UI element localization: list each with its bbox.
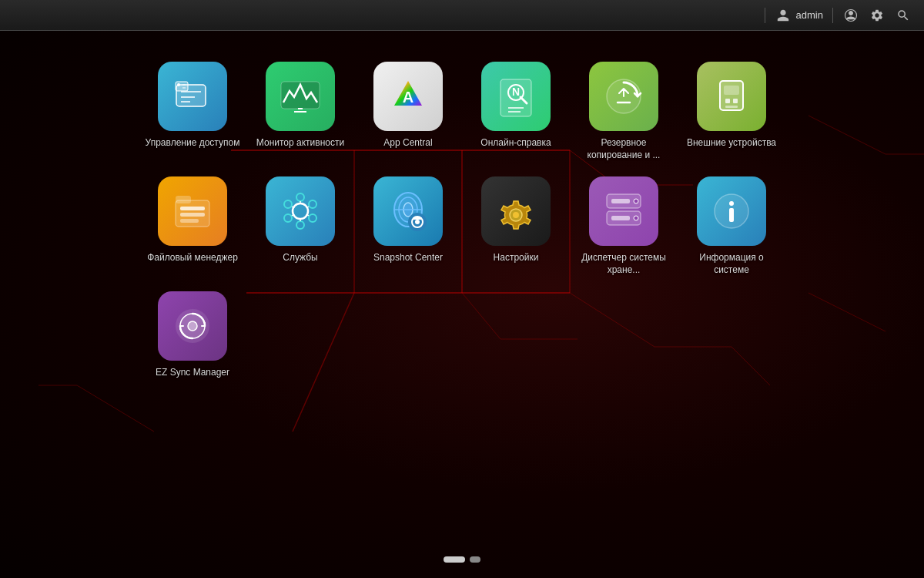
app-label-access-control: Управление доступом bbox=[146, 137, 240, 150]
app-app-central[interactable]: A App Central bbox=[358, 62, 458, 161]
app-services[interactable]: Службы bbox=[250, 176, 350, 276]
app-icon-settings bbox=[481, 176, 551, 246]
svg-rect-22 bbox=[176, 82, 188, 91]
app-label-file-manager: Файловый менеджер bbox=[147, 252, 238, 264]
app-icon-online-help: N bbox=[481, 62, 551, 131]
app-label-external-devices: Внешние устройства bbox=[687, 137, 776, 150]
app-icon-file-manager bbox=[158, 176, 227, 246]
svg-rect-46 bbox=[180, 213, 205, 217]
topbar: admin bbox=[0, 0, 924, 31]
svg-point-49 bbox=[296, 193, 304, 201]
avatar-icon[interactable] bbox=[842, 7, 859, 24]
svg-rect-47 bbox=[180, 219, 199, 223]
app-label-services: Службы bbox=[283, 252, 317, 264]
search-icon[interactable] bbox=[895, 7, 912, 24]
svg-point-70 bbox=[513, 212, 519, 218]
app-backup[interactable]: Резервное копирование и ... bbox=[574, 62, 674, 161]
svg-rect-74 bbox=[611, 216, 630, 220]
svg-text:N: N bbox=[512, 86, 520, 98]
app-label-app-central: App Central bbox=[383, 137, 432, 150]
app-system-info[interactable]: Информация о системе bbox=[681, 176, 782, 276]
pagination-dot-1[interactable] bbox=[444, 556, 465, 563]
app-icon-snapshot-center bbox=[373, 176, 443, 246]
app-settings[interactable]: Настройки bbox=[466, 176, 566, 276]
topbar-divider-2 bbox=[832, 8, 833, 23]
svg-rect-40 bbox=[725, 99, 730, 103]
app-file-manager[interactable]: Файловый менеджер bbox=[142, 176, 243, 276]
svg-rect-45 bbox=[180, 207, 205, 210]
pagination-dots bbox=[444, 556, 480, 563]
app-label-system-info: Информация о системе bbox=[681, 252, 782, 276]
svg-rect-42 bbox=[725, 106, 738, 108]
app-icon-app-central: A bbox=[373, 62, 443, 131]
svg-point-53 bbox=[284, 214, 292, 222]
app-label-backup: Резервное копирование и ... bbox=[574, 137, 674, 161]
app-icon-access-control bbox=[158, 62, 227, 131]
svg-rect-44 bbox=[176, 196, 191, 203]
username-label: admin bbox=[796, 9, 823, 21]
app-icon-system-info bbox=[697, 176, 766, 246]
app-icon-storage-manager bbox=[589, 176, 658, 246]
app-online-help[interactable]: N Онлайн-справка bbox=[466, 62, 566, 161]
svg-point-52 bbox=[296, 221, 304, 229]
app-label-activity-monitor: Монитор активности bbox=[256, 137, 344, 150]
svg-rect-79 bbox=[729, 208, 734, 222]
svg-text:A: A bbox=[403, 89, 413, 106]
app-external-devices[interactable]: Внешние устройства bbox=[681, 62, 782, 161]
svg-point-75 bbox=[634, 199, 638, 203]
svg-point-76 bbox=[634, 216, 638, 220]
svg-rect-41 bbox=[733, 99, 738, 103]
app-icon-activity-monitor bbox=[266, 62, 335, 131]
topbar-user: admin bbox=[775, 7, 823, 24]
app-icon-services bbox=[266, 176, 335, 246]
app-access-control[interactable]: Управление доступом bbox=[142, 62, 243, 161]
svg-rect-68 bbox=[413, 217, 422, 220]
svg-point-67 bbox=[415, 220, 420, 224]
app-icon-external-devices bbox=[697, 62, 766, 131]
app-label-online-help: Онлайн-справка bbox=[480, 137, 551, 150]
app-label-storage-manager: Диспетчер системы хране... bbox=[574, 252, 674, 276]
app-label-snapshot-center: Snapshot Center bbox=[373, 252, 443, 264]
pagination-dot-2[interactable] bbox=[470, 556, 480, 563]
app-icon-ez-sync bbox=[158, 291, 227, 361]
gear-icon[interactable] bbox=[869, 7, 886, 24]
app-icon-backup bbox=[589, 62, 658, 131]
svg-point-50 bbox=[309, 200, 316, 208]
svg-point-54 bbox=[284, 200, 292, 208]
app-grid: Управление доступом Монитор активности bbox=[142, 62, 782, 379]
app-storage-manager[interactable]: Диспетчер системы хране... bbox=[574, 176, 674, 276]
svg-point-48 bbox=[293, 203, 308, 219]
user-icon[interactable] bbox=[775, 7, 792, 24]
app-activity-monitor[interactable]: Монитор активности bbox=[250, 62, 350, 161]
topbar-divider-1 bbox=[765, 8, 765, 23]
svg-point-51 bbox=[309, 214, 316, 222]
app-ez-sync[interactable]: EZ Sync Manager bbox=[142, 291, 243, 379]
svg-point-23 bbox=[177, 83, 180, 86]
main-content: Управление доступом Монитор активности bbox=[0, 31, 924, 578]
app-label-ez-sync: EZ Sync Manager bbox=[156, 367, 229, 379]
svg-rect-73 bbox=[611, 199, 630, 203]
app-snapshot-center[interactable]: Snapshot Center bbox=[358, 176, 458, 276]
app-label-settings: Настройки bbox=[494, 252, 539, 264]
svg-point-82 bbox=[188, 321, 197, 331]
svg-rect-39 bbox=[724, 86, 739, 95]
svg-point-78 bbox=[729, 201, 734, 206]
